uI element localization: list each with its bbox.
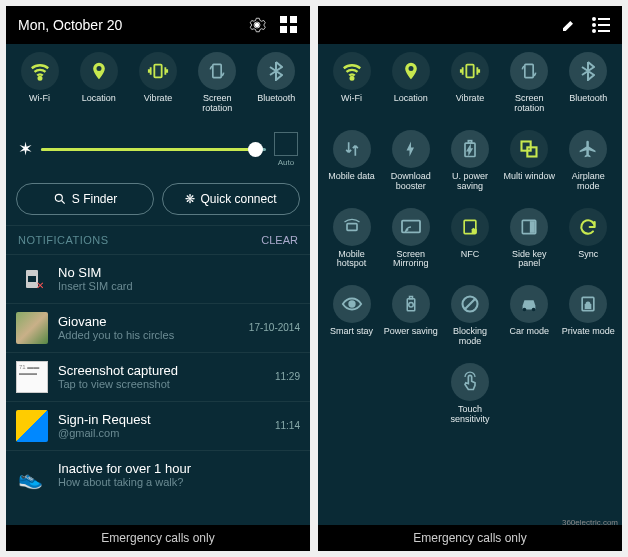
notification-item[interactable]: Sign-in Request @gmail.com 11:14 <box>6 401 310 450</box>
notification-item[interactable]: Giovane Added you to his circles 17-10-2… <box>6 303 310 352</box>
sync-icon <box>569 208 607 246</box>
location-icon <box>80 52 118 90</box>
multiwindow-icon <box>510 130 548 168</box>
car-icon <box>510 285 548 323</box>
toggle-label: Bluetooth <box>569 94 607 104</box>
toggle-row: Smart stay Power saving Blocking mode Ca… <box>318 277 622 355</box>
svg-rect-11 <box>28 276 36 282</box>
toggle-rotation[interactable]: Screen rotation <box>501 52 557 114</box>
toggle-mobiledata[interactable]: Mobile data <box>324 130 380 192</box>
mirroring-icon <box>392 208 430 246</box>
toggle-smartstay[interactable]: Smart stay <box>324 285 380 347</box>
toggle-label: Location <box>394 94 428 104</box>
notification-title: Sign-in Request <box>58 412 265 427</box>
notification-item[interactable]: 👟 Inactive for over 1 hour How about tak… <box>6 450 310 499</box>
notification-subtitle: @gmail.com <box>58 427 265 439</box>
notification-title: No SIM <box>58 265 290 280</box>
clear-button[interactable]: CLEAR <box>261 234 298 246</box>
toggle-mirroring[interactable]: Screen Mirroring <box>383 208 439 270</box>
smartstay-icon <box>333 285 371 323</box>
toggle-location[interactable]: Location <box>71 52 127 114</box>
nfc-icon <box>451 208 489 246</box>
notification-title: Giovane <box>58 314 239 329</box>
edit-icon[interactable] <box>560 16 578 34</box>
toggle-wifi[interactable]: Wi-Fi <box>12 52 68 114</box>
quickconnect-icon: ❋ <box>185 192 195 206</box>
svg-point-19 <box>350 77 353 80</box>
toggle-rotation[interactable]: Screen rotation <box>189 52 245 114</box>
header <box>318 6 622 44</box>
grid-icon[interactable] <box>280 16 298 34</box>
booster-icon <box>392 130 430 168</box>
toggle-bluetooth[interactable]: Bluetooth <box>248 52 304 114</box>
toggle-label: U. power saving <box>442 172 498 192</box>
svg-text:✕: ✕ <box>36 280 44 291</box>
toggle-hotspot[interactable]: Mobile hotspot <box>324 208 380 270</box>
brightness-slider[interactable] <box>41 148 266 151</box>
notification-subtitle: Tap to view screenshot <box>58 378 265 390</box>
toggle-bluetooth[interactable]: Bluetooth <box>560 52 616 114</box>
notification-subtitle: Insert SIM card <box>58 280 290 292</box>
svg-point-13 <box>592 17 596 21</box>
svg-point-32 <box>349 302 355 308</box>
toggle-booster[interactable]: Download booster <box>383 130 439 192</box>
wifi-icon <box>21 52 59 90</box>
toggle-powersaving[interactable]: U. power saving <box>442 130 498 192</box>
settings-icon[interactable] <box>248 16 266 34</box>
toggle-row: Mobile hotspot Screen Mirroring NFC Side… <box>318 200 622 278</box>
bluetooth-icon <box>569 52 607 90</box>
notification-time: 17-10-2014 <box>249 322 300 333</box>
notification-panel: Mon, October 20 Wi-Fi Location Vibrate S… <box>6 6 310 551</box>
toggle-label: Smart stay <box>330 327 373 337</box>
notification-subtitle: Added you to his circles <box>58 329 239 341</box>
toggle-vibrate[interactable]: Vibrate <box>442 52 498 114</box>
notification-icon: 👟 <box>16 459 48 491</box>
toggle-psaving[interactable]: Power saving <box>383 285 439 347</box>
toggle-wifi[interactable]: Wi-Fi <box>324 52 380 114</box>
toggle-vibrate[interactable]: Vibrate <box>130 52 186 114</box>
svg-point-17 <box>592 29 596 33</box>
svg-rect-31 <box>531 222 534 232</box>
notification-icon: 71 ▬▬▬▬▬ <box>16 361 48 393</box>
notification-icon: ✕ <box>16 263 48 295</box>
wifi-icon <box>333 52 371 90</box>
toggle-airplane[interactable]: Airplane mode <box>560 130 616 192</box>
location-icon <box>392 52 430 90</box>
svg-point-5 <box>38 77 41 80</box>
rotation-icon <box>510 52 548 90</box>
svg-rect-21 <box>525 64 533 77</box>
svg-rect-3 <box>280 26 287 33</box>
mobiledata-icon <box>333 130 371 168</box>
auto-brightness[interactable]: Auto <box>274 132 298 167</box>
toggle-nfc[interactable]: NFC <box>442 208 498 270</box>
notifications-label: NOTIFICATIONS <box>18 234 109 246</box>
svg-point-15 <box>592 23 596 27</box>
toggle-label: Vibrate <box>144 94 172 104</box>
rotation-icon <box>198 52 236 90</box>
toggle-location[interactable]: Location <box>383 52 439 114</box>
svg-rect-18 <box>598 30 610 32</box>
sfinder-button[interactable]: S Finder <box>16 183 154 215</box>
header-icons <box>560 16 610 34</box>
svg-line-37 <box>465 299 475 309</box>
notification-item[interactable]: 71 ▬▬▬▬▬ Screenshot captured Tap to view… <box>6 352 310 401</box>
vibrate-icon <box>139 52 177 90</box>
toggle-car[interactable]: Car mode <box>501 285 557 347</box>
svg-rect-7 <box>213 64 221 77</box>
quickconnect-button[interactable]: ❋ Quick connect <box>162 183 300 215</box>
list-icon[interactable] <box>592 16 610 34</box>
toggle-blocking[interactable]: Blocking mode <box>442 285 498 347</box>
svg-rect-14 <box>598 18 610 20</box>
toggle-multiwindow[interactable]: Multi window <box>501 130 557 192</box>
toggle-label: Screen Mirroring <box>383 250 439 270</box>
toggle-row: Mobile data Download booster U. power sa… <box>318 122 622 200</box>
date: Mon, October 20 <box>18 17 122 33</box>
svg-line-9 <box>62 201 65 204</box>
toggle-sidekey[interactable]: Side key panel <box>501 208 557 270</box>
svg-rect-24 <box>522 141 531 150</box>
toggle-touch[interactable]: Touch sensitivity <box>442 363 498 425</box>
toggle-label: Mobile hotspot <box>324 250 380 270</box>
toggle-private[interactable]: Private mode <box>560 285 616 347</box>
notification-item[interactable]: ✕ No SIM Insert SIM card <box>6 254 310 303</box>
toggle-sync[interactable]: Sync <box>560 208 616 270</box>
